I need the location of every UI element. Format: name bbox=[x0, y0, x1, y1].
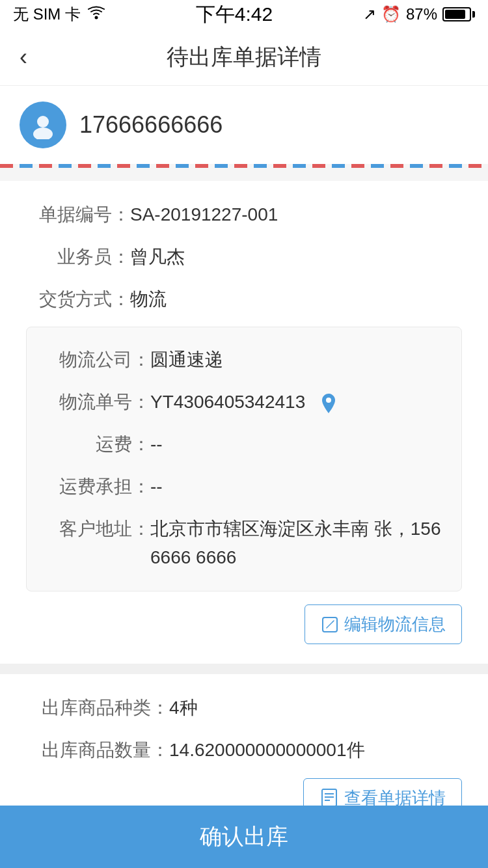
salesman-row: 业务员： 曾凡杰 bbox=[26, 243, 462, 272]
address-label: 客户地址： bbox=[46, 515, 150, 544]
wifi-icon bbox=[87, 5, 105, 23]
svg-point-3 bbox=[326, 398, 331, 403]
document-icon bbox=[319, 788, 339, 807]
avatar bbox=[20, 102, 66, 148]
tracking-number-value: YT4306405342413 bbox=[150, 388, 442, 417]
logistics-company-value: 圆通速递 bbox=[150, 346, 442, 375]
product-kind-value: 4种 bbox=[169, 694, 462, 723]
delivery-label: 交货方式： bbox=[26, 285, 130, 314]
edit-logistics-label: 编辑物流信息 bbox=[344, 613, 446, 636]
address-value: 北京市市辖区海淀区永丰南 张，156 6666 6666 bbox=[150, 515, 442, 573]
logistics-company-row: 物流公司： 圆通速递 bbox=[46, 346, 442, 375]
carrier-text: 无 SIM 卡 bbox=[13, 4, 81, 25]
battery-icon bbox=[442, 7, 475, 21]
logistics-company-label: 物流公司： bbox=[46, 346, 150, 375]
salesman-value: 曾凡杰 bbox=[130, 243, 462, 272]
svg-point-1 bbox=[37, 116, 49, 128]
nav-bar: ‹ 待出库单据详情 bbox=[0, 29, 488, 86]
freight-bearer-label: 运费承担： bbox=[46, 472, 150, 502]
status-bar: 无 SIM 卡 下午4:42 ↗ ⏰ 87% bbox=[0, 0, 488, 29]
document-info-section: 单据编号： SA-20191227-001 业务员： 曾凡杰 交货方式： 物流 … bbox=[0, 181, 488, 664]
product-quantity-label: 出库商品数量： bbox=[26, 736, 169, 765]
delivery-value: 物流 bbox=[130, 285, 462, 314]
freight-bearer-row: 运费承担： -- bbox=[46, 472, 442, 502]
product-quantity-row: 出库商品数量： 14.620000000000001件 bbox=[26, 736, 462, 765]
edit-icon bbox=[321, 616, 339, 634]
alarm-icon: ⏰ bbox=[381, 5, 401, 23]
map-location-icon[interactable] bbox=[317, 392, 340, 415]
freight-label: 运费： bbox=[46, 430, 150, 459]
back-button[interactable]: ‹ bbox=[20, 44, 27, 71]
page-title: 待出库单据详情 bbox=[167, 42, 321, 72]
edit-logistics-button-wrap: 编辑物流信息 bbox=[26, 604, 462, 644]
delivery-row: 交货方式： 物流 bbox=[26, 285, 462, 314]
svg-point-0 bbox=[95, 16, 98, 20]
status-bar-time: 下午4:42 bbox=[196, 1, 273, 28]
location-service-icon: ↗ bbox=[363, 5, 376, 23]
freight-row: 运费： -- bbox=[46, 430, 442, 459]
edit-logistics-button[interactable]: 编辑物流信息 bbox=[305, 604, 462, 644]
product-quantity-value: 14.620000000000001件 bbox=[169, 736, 462, 765]
document-number-row: 单据编号： SA-20191227-001 bbox=[26, 200, 462, 230]
confirm-button-wrap[interactable]: 确认出库 bbox=[0, 806, 488, 868]
dashed-divider bbox=[0, 164, 488, 168]
battery-percent: 87% bbox=[406, 5, 437, 23]
tracking-number-label: 物流单号： bbox=[46, 388, 150, 417]
freight-bearer-value: -- bbox=[150, 472, 442, 502]
salesman-label: 业务员： bbox=[26, 243, 130, 272]
logistics-card: 物流公司： 圆通速递 物流单号： YT4306405342413 运费： -- … bbox=[26, 327, 462, 591]
customer-header: 17666666666 bbox=[0, 86, 488, 164]
svg-point-2 bbox=[33, 128, 53, 139]
product-kind-row: 出库商品种类： 4种 bbox=[26, 694, 462, 723]
tracking-number-row: 物流单号： YT4306405342413 bbox=[46, 388, 442, 417]
section-separator bbox=[0, 664, 488, 674]
address-row: 客户地址： 北京市市辖区海淀区永丰南 张，156 6666 6666 bbox=[46, 515, 442, 573]
document-number-value: SA-20191227-001 bbox=[130, 200, 462, 230]
confirm-button-label: 确认出库 bbox=[200, 822, 288, 852]
product-kind-label: 出库商品种类： bbox=[26, 694, 169, 723]
document-number-label: 单据编号： bbox=[26, 200, 130, 230]
status-bar-left: 无 SIM 卡 bbox=[13, 4, 105, 25]
freight-value: -- bbox=[150, 430, 442, 459]
customer-phone: 17666666666 bbox=[79, 111, 223, 139]
status-bar-right: ↗ ⏰ 87% bbox=[363, 5, 475, 23]
